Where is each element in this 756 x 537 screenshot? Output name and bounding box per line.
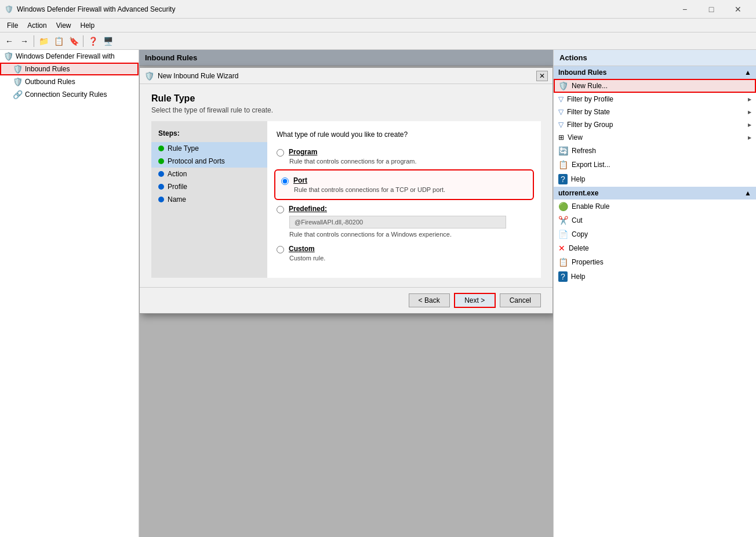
modal-overlay: 🛡️ New Inbound Rule Wizard ✕ Rule Type S… (139, 50, 553, 537)
section-header-utorrent: utorrent.exe ▲ (554, 187, 756, 199)
tree-item-root[interactable]: 🛡️ Windows Defender Firewall with (0, 50, 139, 63)
action-export-list[interactable]: 📋 Export List... (554, 158, 756, 172)
menu-view[interactable]: View (52, 20, 76, 31)
radio-option-port: Port Rule that controls connections for … (277, 172, 532, 198)
radio-option-custom: Custom Custom rule. (277, 245, 532, 262)
close-button[interactable]: ✕ (725, 0, 751, 19)
action-label-help-inbound: Help (571, 175, 586, 183)
center-panel: Inbound Rules Name Group Profile Enabled… (139, 50, 553, 537)
rule-content: What type of rule would you like to crea… (267, 121, 541, 278)
title-bar: 🛡️ Windows Defender Firewall with Advanc… (0, 0, 756, 19)
refresh-icon: 🔄 (558, 146, 568, 155)
step-name[interactable]: Name (151, 193, 267, 206)
tree-item-outbound[interactable]: 🛡️ Outbound Rules (0, 75, 139, 88)
back-button[interactable]: < Back (409, 293, 450, 307)
modal-dialog: 🛡️ New Inbound Rule Wizard ✕ Rule Type S… (139, 67, 553, 314)
back-button[interactable]: ← (2, 34, 16, 48)
action-properties[interactable]: 📋 Properties (554, 255, 756, 269)
properties-icon: 📋 (558, 257, 568, 267)
toolbar-separator-2 (83, 35, 83, 47)
modal-close-button[interactable]: ✕ (536, 71, 548, 81)
tree-item-connection[interactable]: 🔗 Connection Security Rules (0, 88, 139, 101)
step-profile[interactable]: Profile (151, 180, 267, 193)
section-header-inbound: Inbound Rules ▲ (554, 66, 756, 79)
action-refresh[interactable]: 🔄 Refresh (554, 144, 756, 158)
radio-label-program[interactable]: Program (277, 148, 532, 157)
action-label-filter-group: Filter by Group (567, 121, 613, 129)
radio-label-predefined[interactable]: Predefined: (277, 205, 532, 213)
mmc-button[interactable]: 🖥️ (101, 34, 115, 48)
radio-option-program: Program Rule that controls connections f… (277, 148, 532, 165)
step-label-5: Name (168, 195, 186, 204)
forward-button[interactable]: → (17, 34, 31, 48)
action-help-utorrent[interactable]: ? Help (554, 269, 756, 284)
delete-icon: ✕ (558, 244, 565, 253)
action-label-filter-profile: Filter by Profile (567, 95, 613, 103)
steps-panel: Steps: Rule Type Protocol and Ports (151, 121, 267, 278)
radio-title-custom: Custom (289, 245, 315, 253)
show-hide-button[interactable]: 📋 (52, 34, 66, 48)
right-panel: Actions Inbound Rules ▲ 🛡️ New Rule... ▽… (553, 50, 756, 537)
action-label-view: View (568, 133, 583, 141)
step-action[interactable]: Action (151, 168, 267, 180)
radio-predefined[interactable] (277, 206, 284, 213)
step-dot-4 (158, 184, 164, 190)
modal-content-area: Steps: Rule Type Protocol and Ports (151, 121, 541, 278)
next-button[interactable]: Next > (455, 293, 495, 307)
action-label-filter-state: Filter by State (567, 108, 610, 116)
radio-program[interactable] (277, 149, 284, 157)
actions-header: Actions (554, 50, 756, 66)
action-enable-rule[interactable]: 🟢 Enable Rule (554, 199, 756, 213)
app-title: Windows Defender Firewall with Advanced … (17, 5, 671, 13)
action-copy[interactable]: 📄 Copy (554, 227, 756, 241)
action-filter-state[interactable]: ▽ Filter by State (554, 106, 756, 118)
cancel-button[interactable]: Cancel (500, 293, 541, 307)
radio-label-port[interactable]: Port (281, 176, 527, 185)
minimize-button[interactable]: − (671, 0, 698, 19)
export-icon: 📋 (558, 160, 568, 169)
section-collapse-utorrent[interactable]: ▲ (744, 189, 751, 197)
radio-custom[interactable] (277, 246, 284, 253)
app-icon: 🛡️ (5, 5, 13, 13)
action-new-rule[interactable]: 🛡️ New Rule... (554, 79, 756, 93)
left-panel: 🛡️ Windows Defender Firewall with 🛡️ Inb… (0, 50, 139, 537)
radio-label-custom[interactable]: Custom (277, 245, 532, 253)
radio-port[interactable] (281, 177, 289, 185)
action-cut[interactable]: ✂️ Cut (554, 213, 756, 227)
step-rule-type[interactable]: Rule Type (151, 142, 267, 155)
outbound-icon: 🛡️ (13, 77, 23, 86)
action-help-inbound[interactable]: ? Help (554, 172, 756, 187)
rule-question: What type of rule would you like to crea… (277, 130, 532, 139)
section-collapse-inbound[interactable]: ▲ (744, 68, 751, 77)
bookmark-button[interactable]: 🔖 (67, 34, 81, 48)
action-label-delete: Delete (569, 244, 589, 252)
tree-item-inbound[interactable]: 🛡️ Inbound Rules (0, 63, 139, 75)
inbound-icon: 🛡️ (13, 64, 23, 74)
filter-group-icon: ▽ (558, 121, 564, 129)
menu-help[interactable]: Help (76, 20, 100, 31)
radio-desc-predefined: Rule that controls connections for a Win… (289, 231, 532, 238)
radio-option-predefined: Predefined: @FirewallAPI.dll,-80200 Rule… (277, 205, 532, 238)
action-label-copy: Copy (572, 230, 588, 238)
toolbar: ← → 📁 📋 🔖 ❓ 🖥️ (0, 32, 756, 50)
action-filter-group[interactable]: ▽ Filter by Group (554, 118, 756, 131)
help-button[interactable]: ❓ (86, 34, 100, 48)
menu-file[interactable]: File (2, 20, 23, 31)
radio-desc-program: Rule that controls connections for a pro… (289, 158, 532, 165)
maximize-button[interactable]: □ (698, 0, 725, 19)
menu-action[interactable]: Action (23, 20, 51, 31)
radio-title-program: Program (289, 148, 317, 156)
action-filter-profile[interactable]: ▽ Filter by Profile (554, 93, 756, 106)
step-dot-3 (158, 171, 164, 177)
up-button[interactable]: 📁 (37, 34, 50, 48)
action-delete[interactable]: ✕ Delete (554, 241, 756, 255)
radio-desc-custom: Custom rule. (289, 255, 532, 262)
action-label-cut: Cut (572, 216, 583, 224)
step-dot-2 (158, 158, 164, 164)
action-view[interactable]: ⊞ View (554, 131, 756, 144)
radio-title-port: Port (293, 176, 307, 184)
step-protocol[interactable]: Protocol and Ports (151, 155, 267, 168)
action-label-export: Export List... (572, 161, 610, 169)
filter-state-icon: ▽ (558, 108, 564, 116)
action-label-refresh: Refresh (572, 147, 596, 155)
